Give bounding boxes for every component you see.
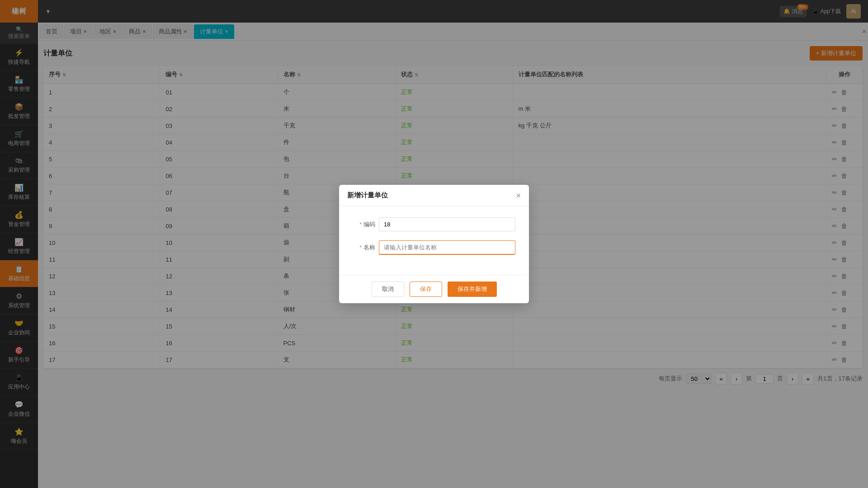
modal-overlay[interactable]: 新增计量单位 × 编码 名称 取消 保存 保存并新增 (0, 0, 868, 488)
cancel-button[interactable]: 取消 (372, 282, 404, 297)
save-and-new-button[interactable]: 保存并新增 (448, 282, 497, 297)
code-input[interactable] (379, 217, 515, 231)
name-label: 名称 (353, 244, 375, 252)
modal-close-button[interactable]: × (516, 192, 521, 200)
name-form-row: 名称 (353, 240, 515, 255)
add-unit-modal: 新增计量单位 × 编码 名称 取消 保存 保存并新增 (339, 185, 529, 303)
code-form-row: 编码 (353, 217, 515, 231)
name-input[interactable] (379, 240, 515, 255)
modal-body: 编码 名称 (339, 206, 529, 275)
modal-footer: 取消 保存 保存并新增 (339, 275, 529, 303)
code-label: 编码 (353, 221, 375, 229)
save-button[interactable]: 保存 (410, 282, 442, 297)
modal-header: 新增计量单位 × (339, 185, 529, 206)
modal-title: 新增计量单位 (347, 191, 388, 200)
